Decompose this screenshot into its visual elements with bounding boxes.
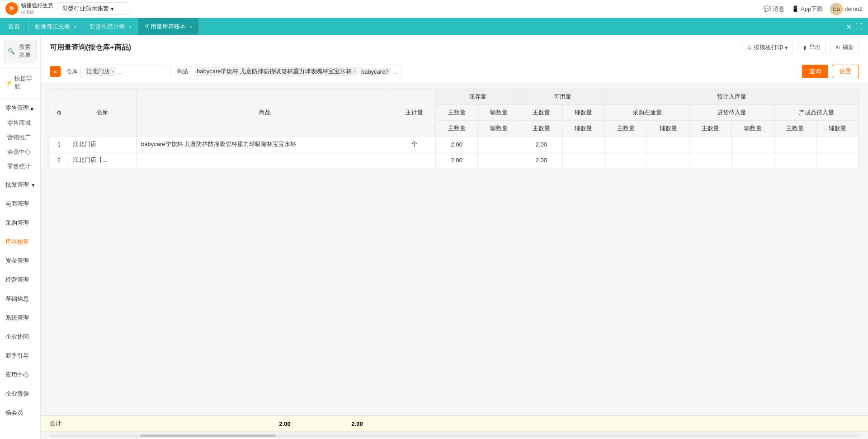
- sidebar-item-retail-mall[interactable]: 零售商城: [0, 116, 40, 130]
- row-purchase-main-1: [605, 152, 647, 168]
- sidebar-header-operations[interactable]: 经营管理: [0, 272, 40, 288]
- scroll-thumb[interactable]: [140, 434, 276, 437]
- tab-bar: 首页 收发存汇总表 × 要货单统计表 × 可用量库存账本 × ✕ ⛶: [0, 18, 868, 35]
- sidebar-header-purchase[interactable]: 采购管理: [0, 215, 40, 231]
- tab-shoufacun[interactable]: 收发存汇总表 ×: [28, 18, 83, 35]
- tab-yaohuo[interactable]: 要货单统计表 ×: [83, 18, 138, 35]
- tab-keyongliang-close[interactable]: ×: [189, 24, 192, 29]
- row-purchase-aux-0: [647, 137, 689, 152]
- sidebar-item-marketing[interactable]: 营销推广: [0, 130, 40, 145]
- sidebar-item-member-center[interactable]: 会员中心: [0, 145, 40, 159]
- tab-home[interactable]: 首页: [0, 18, 28, 35]
- marketing-label: 营销推广: [7, 134, 31, 141]
- tab-shoufacun-label: 收发存汇总表: [35, 23, 70, 31]
- row-unit-0: 个: [393, 137, 436, 152]
- col-purchase-main: 主数量: [605, 121, 647, 137]
- col-avail-main-header: 主数量: [520, 105, 563, 121]
- tab-shoufacun-close[interactable]: ×: [74, 24, 76, 29]
- col-production-aux: 辅数量: [816, 121, 859, 137]
- tab-keyongliang[interactable]: 可用量库存账本 ×: [138, 18, 199, 35]
- company-name: 母婴行业演示账套: [62, 5, 109, 13]
- content-area: 可用量查询(按仓库+商品) 🖨 按模板打印 ▾ ⬆ 导出 ↻ 刷新: [41, 35, 868, 439]
- scroll-track[interactable]: [50, 434, 859, 437]
- query-button[interactable]: 查询: [802, 65, 828, 78]
- user-profile[interactable]: Ea demo2: [830, 3, 863, 15]
- main-layout: 🔍 搜索菜单 ⚡ 快捷导航 零售管理 ▲ 零售商城 营销推广 会员中心: [0, 35, 868, 439]
- sidebar-retail-label: 零售管理: [5, 104, 29, 112]
- sidebar-group-system: 系统管理: [0, 308, 40, 327]
- col-settings[interactable]: ⚙: [50, 89, 68, 137]
- app-download-button[interactable]: 📱 App下载: [792, 5, 823, 13]
- sidebar-header-finance[interactable]: 资金管理: [0, 253, 40, 269]
- chevron-down-icon: ▾: [111, 5, 114, 12]
- app-download-label: App下载: [801, 5, 823, 13]
- sidebar-header-appcenter[interactable]: 应用中心: [0, 367, 40, 382]
- col-stock-aux-2: 辅数量: [478, 121, 520, 137]
- goods-ellipsis[interactable]: ...: [392, 68, 397, 75]
- retail-stats-label: 零售统计: [7, 163, 31, 170]
- message-icon: 💬: [764, 5, 771, 12]
- sidebar-header-ecommerce[interactable]: 电商管理: [0, 196, 40, 212]
- sidebar-header-newguide[interactable]: 新手引导: [0, 348, 40, 363]
- col-purchase-aux: 辅数量: [647, 121, 689, 137]
- row-goods-1: [137, 152, 393, 168]
- filter-expand-button[interactable]: »: [50, 66, 61, 77]
- footer-total: 合计 2.00 2.00: [41, 415, 868, 432]
- sidebar-header-wechat[interactable]: 企业微信: [0, 386, 40, 401]
- filter-settings-button[interactable]: 设置: [832, 65, 859, 78]
- col-goods-header: 商品: [137, 89, 393, 137]
- sidebar-header-retail[interactable]: 零售管理 ▲: [0, 100, 40, 116]
- goods-tag-1-close[interactable]: ×: [353, 69, 356, 74]
- row-inbound-main-0: [689, 137, 732, 152]
- sidebar-header-inventory[interactable]: 库存核算: [0, 234, 40, 250]
- wechat-label: 企业微信: [5, 390, 29, 398]
- sidebar-header-enterprise[interactable]: 企业协同: [0, 329, 40, 345]
- sidebar-item-quicknav[interactable]: ⚡ 快捷导航: [0, 71, 40, 94]
- sidebar-header-system[interactable]: 系统管理: [0, 310, 40, 326]
- col-warehouse-header: 仓库: [68, 89, 137, 137]
- warehouse-tag-close[interactable]: ×: [111, 69, 114, 74]
- messages-button[interactable]: 💬 消息: [764, 5, 784, 13]
- refresh-button[interactable]: ↻ 刷新: [830, 41, 859, 54]
- col-avail-main-2: 主数量: [520, 121, 563, 137]
- settings-icon: ⚙: [57, 109, 62, 116]
- row-inbound-main-1: [689, 152, 732, 168]
- warehouse-tag: 江北门店 ×: [85, 67, 116, 76]
- col-stock-aux-header: 辅数量: [478, 105, 520, 121]
- logo-icon: 好: [5, 2, 18, 15]
- sidebar-item-retail-stats[interactable]: 零售统计: [0, 159, 40, 174]
- row-production-main-1: [774, 152, 816, 168]
- sidebar-header-basics[interactable]: 基础信息: [0, 291, 40, 307]
- goods-input[interactable]: babycare学饮杯 儿童防摔防撞吸管杯重力球吸嘴杯宝宝水杯 × babyca…: [191, 65, 401, 78]
- system-label: 系统管理: [5, 314, 29, 322]
- export-button[interactable]: ⬆ 导出: [797, 41, 826, 54]
- logo-sub: 标准版: [21, 9, 53, 15]
- close-window-icon[interactable]: ✕: [846, 23, 852, 31]
- row-stock-main-0: 2.00: [435, 137, 478, 152]
- data-table: ⚙ 仓库 商品 主计量 现存量 可用量 预计入库量 主数量 辅数量 主数量 辅数…: [50, 89, 859, 168]
- template-print-button[interactable]: 🖨 按模板打印 ▾: [741, 41, 793, 54]
- total-values: 2.00 2.00: [104, 420, 859, 427]
- row-stock-aux-0: [478, 137, 520, 152]
- page-header-actions: 🖨 按模板打印 ▾ ⬆ 导出 ↻ 刷新: [741, 41, 859, 54]
- col-avail-aux-2: 辅数量: [562, 121, 605, 137]
- warehouse-ellipsis[interactable]: ...: [118, 68, 123, 75]
- tab-yaohuo-close[interactable]: ×: [128, 24, 131, 29]
- sidebar-header-wholesale[interactable]: 批发管理 ▾: [0, 177, 40, 193]
- col-avail-group-header: 可用量: [520, 89, 605, 105]
- goods-tag-1: babycare学饮杯 儿童防摔防撞吸管杯重力球吸嘴杯宝宝水杯 ×: [195, 67, 358, 76]
- inventory-label: 库存核算: [5, 238, 29, 246]
- table-container: ⚙ 仓库 商品 主计量 现存量 可用量 预计入库量 主数量 辅数量 主数量 辅数…: [41, 83, 868, 415]
- maximize-icon[interactable]: ⛶: [855, 23, 863, 31]
- warehouse-input[interactable]: 江北门店 × ...: [80, 65, 171, 78]
- top-bar: 好 畅捷通好生意 标准版 母婴行业演示账套 ▾ 💬 消息 📱 App下载 Ea …: [0, 0, 868, 18]
- sidebar-header-member[interactable]: 畅会员: [0, 405, 40, 420]
- sidebar-search-button[interactable]: 🔍 搜索菜单: [4, 40, 37, 62]
- col-stock-main-2: 主数量: [435, 121, 478, 137]
- company-selector[interactable]: 母婴行业演示账套 ▾: [57, 2, 129, 15]
- expand-icon: »: [53, 68, 57, 75]
- scroll-bar-area: [41, 432, 868, 439]
- tab-keyongliang-label: 可用量库存账本: [145, 23, 186, 31]
- export-icon: ⬆: [802, 44, 807, 51]
- row-goods-0: babycare学饮杯 儿童防摔防撞吸管杯重力球吸嘴杯宝宝水杯: [137, 137, 393, 152]
